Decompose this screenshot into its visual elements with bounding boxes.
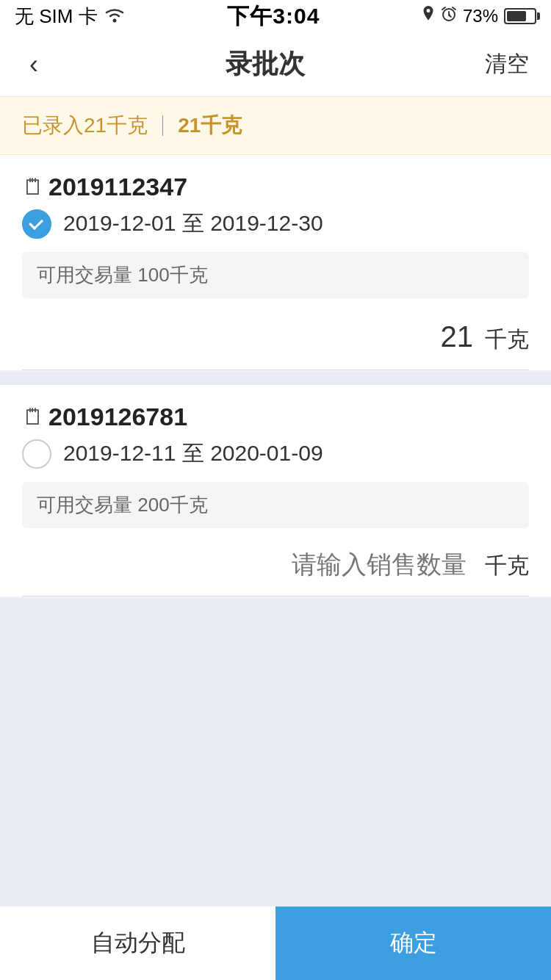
- batch-2-available: 可用交易量 200千克: [22, 482, 529, 528]
- batch-item-1: 🗒 2019112347 2019-12-01 至 2019-12-30 可用交…: [0, 155, 551, 313]
- battery-percent: 73%: [463, 6, 498, 26]
- page-title: 录批次: [226, 46, 305, 82]
- section-gap: [0, 372, 551, 385]
- location-icon: [422, 6, 435, 26]
- batch-2-date-row[interactable]: 2019-12-11 至 2020-01-09: [22, 439, 529, 469]
- banner-divider: [162, 115, 163, 136]
- batch-1-header: 🗒 2019112347: [22, 173, 529, 201]
- main-content: 已录入21千克 21千克 🗒 2019112347 2019-12-01 至 2…: [0, 97, 551, 907]
- batch-2-date: 2019-12-11 至 2020-01-09: [63, 439, 323, 469]
- batch-2-divider: [22, 596, 529, 597]
- batch-1-quantity-unit: 千克: [485, 325, 529, 355]
- status-time: 下午3:04: [227, 1, 320, 32]
- status-indicators: 73%: [422, 6, 536, 26]
- batch-card-1: 🗒 2019112347 2019-12-01 至 2019-12-30 可用交…: [0, 155, 551, 370]
- back-button[interactable]: ‹: [22, 42, 46, 87]
- batch-1-divider: [22, 370, 529, 370]
- batch-1-date: 2019-12-01 至 2019-12-30: [63, 209, 323, 239]
- svg-point-0: [112, 18, 116, 22]
- batch-2-header: 🗒 2019126781: [22, 403, 529, 431]
- battery-icon: [504, 8, 536, 24]
- alarm-icon: [441, 6, 457, 26]
- batch-card-2: 🗒 2019126781 2019-12-11 至 2020-01-09 可用交…: [0, 385, 551, 597]
- confirm-button[interactable]: 确定: [276, 907, 551, 980]
- carrier-text: 无 SIM 卡: [15, 4, 98, 29]
- wifi-icon: [104, 5, 126, 28]
- info-banner: 已录入21千克 21千克: [0, 97, 551, 155]
- batch-1-available: 可用交易量 100千克: [22, 252, 529, 298]
- batch-2-quantity-input[interactable]: [22, 550, 478, 579]
- bottom-bar: 自动分配 确定: [0, 907, 551, 980]
- batch-1-id: 2019112347: [48, 173, 187, 201]
- batch-2-radio[interactable]: [22, 439, 51, 469]
- auto-distribute-button[interactable]: 自动分配: [0, 907, 276, 980]
- batch-2-icon: 🗒: [22, 405, 44, 430]
- status-bar: 无 SIM 卡 下午3:04 73%: [0, 0, 551, 32]
- content-spacer: [0, 598, 551, 907]
- clear-button[interactable]: 清空: [485, 49, 529, 79]
- recorded-value: 21千克: [178, 112, 242, 140]
- batch-1-date-row[interactable]: 2019-12-01 至 2019-12-30: [22, 209, 529, 239]
- batch-1-icon: 🗒: [22, 175, 44, 200]
- batch-item-2: 🗒 2019126781 2019-12-11 至 2020-01-09 可用交…: [0, 385, 551, 543]
- batch-1-radio[interactable]: [22, 209, 51, 239]
- recorded-label: 已录入21千克: [22, 112, 148, 140]
- batch-1-quantity-value: 21: [441, 320, 474, 353]
- status-carrier: 无 SIM 卡: [15, 4, 126, 29]
- batch-2-input-row: 千克: [0, 543, 551, 596]
- batch-1-quantity-row: 21 千克: [0, 313, 551, 370]
- batch-2-input-unit: 千克: [485, 551, 529, 581]
- batch-2-id: 2019126781: [48, 403, 187, 431]
- nav-bar: ‹ 录批次 清空: [0, 32, 551, 97]
